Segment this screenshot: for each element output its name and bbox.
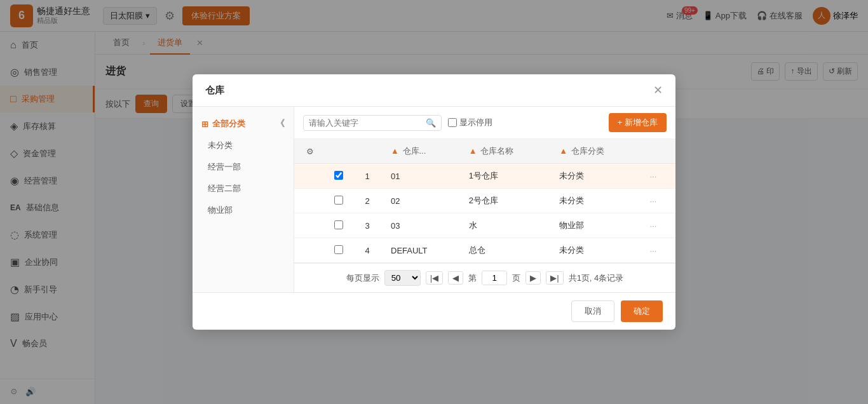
row-code-cell: 03 [383, 213, 461, 238]
row-num-cell: 4 [351, 238, 383, 263]
total-label: 共1页, 4条记录 [569, 273, 624, 284]
row-category-cell: 物业部 [552, 213, 642, 238]
table-row[interactable]: 3 03 水 物业部 ··· [294, 213, 675, 238]
modal-body: ⊞ 全部分类 《 未分类 经营一部 经营二部 物业部 🔍 [193, 107, 675, 292]
row-gear-cell [294, 213, 326, 238]
row-more-cell[interactable]: ··· [642, 189, 676, 213]
col-header-name: ▲ 仓库名称 [461, 139, 552, 164]
table-area: 🔍 显示停用 + 新增仓库 ⚙ [294, 107, 675, 292]
row-more-btn[interactable]: ··· [650, 172, 657, 181]
show-disabled-text: 显示停用 [459, 117, 492, 128]
data-table: ⚙ ▲ 仓库... ▲ 仓库名称 [294, 139, 675, 263]
row-more-btn[interactable]: ··· [650, 246, 657, 255]
table-body: 1 01 1号仓库 未分类 ··· 2 02 2号仓库 未分类 ··· 3 03… [294, 164, 675, 263]
row-gear-cell [294, 164, 326, 189]
warehouse-table: ⚙ ▲ 仓库... ▲ 仓库名称 [294, 139, 675, 263]
row-code-cell: 02 [383, 189, 461, 213]
row-gear-cell [294, 238, 326, 263]
table-toolbar: 🔍 显示停用 + 新增仓库 [294, 107, 675, 139]
row-gear-cell [294, 189, 326, 213]
category-header-label: 全部分类 [212, 118, 245, 130]
sort-icon-name: ▲ [469, 146, 477, 156]
table-head: ⚙ ▲ 仓库... ▲ 仓库名称 [294, 139, 675, 164]
sort-icon-category: ▲ [559, 146, 567, 156]
row-num-cell: 1 [351, 164, 383, 189]
modal-header: 仓库 ✕ [193, 74, 675, 107]
row-checkbox[interactable] [334, 171, 343, 180]
cat-item-unclassified[interactable]: 未分类 [193, 135, 294, 156]
row-more-cell[interactable]: ··· [642, 238, 676, 263]
col-header-num [351, 139, 383, 164]
table-row[interactable]: 1 01 1号仓库 未分类 ··· [294, 164, 675, 189]
cat-item-property[interactable]: 物业部 [193, 199, 294, 221]
sort-icon-code: ▲ [391, 146, 399, 156]
row-name-cell: 2号仓库 [461, 189, 552, 213]
page-prev-btn[interactable]: ◀ [448, 271, 463, 285]
row-more-cell[interactable]: ··· [642, 213, 676, 238]
cat-item-op1[interactable]: 经营一部 [193, 156, 294, 178]
search-input[interactable] [309, 118, 423, 128]
table-row[interactable]: 4 DEFAULT 总仓 未分类 ··· [294, 238, 675, 263]
row-code-cell: 01 [383, 164, 461, 189]
col-header-category: ▲ 仓库分类 [552, 139, 642, 164]
new-warehouse-btn[interactable]: + 新增仓库 [609, 113, 667, 132]
row-check-cell[interactable] [326, 238, 351, 263]
category-sidebar: ⊞ 全部分类 《 未分类 经营一部 经营二部 物业部 [193, 107, 294, 292]
table-row[interactable]: 2 02 2号仓库 未分类 ··· [294, 189, 675, 213]
row-code-cell: DEFAULT [383, 238, 461, 263]
col-header-check [326, 139, 351, 164]
search-icon[interactable]: 🔍 [426, 118, 436, 128]
modal-title: 仓库 [205, 84, 224, 97]
per-page-label: 每页显示 [346, 273, 379, 284]
warehouse-modal: 仓库 ✕ ⊞ 全部分类 《 未分类 经营一部 经营二部 物业部 [193, 74, 675, 330]
category-header: ⊞ 全部分类 《 [193, 113, 294, 135]
show-disabled-label[interactable]: 显示停用 [448, 117, 492, 128]
page-label: 第 [468, 273, 477, 284]
col-header-gear: ⚙ [294, 139, 326, 164]
row-name-cell: 1号仓库 [461, 164, 552, 189]
row-num-cell: 2 [351, 189, 383, 213]
row-check-cell[interactable] [326, 189, 351, 213]
per-page-select[interactable]: 50 10 20 100 [384, 270, 421, 286]
show-disabled-checkbox[interactable] [448, 118, 457, 127]
row-check-cell[interactable] [326, 213, 351, 238]
modal-overlay: 仓库 ✕ ⊞ 全部分类 《 未分类 经营一部 经营二部 物业部 [0, 0, 868, 404]
row-more-btn[interactable]: ··· [650, 221, 657, 231]
col-header-more [642, 139, 676, 164]
cancel-btn[interactable]: 取消 [571, 300, 614, 322]
confirm-btn[interactable]: 确定 [621, 300, 663, 322]
search-box: 🔍 [303, 115, 442, 131]
collapse-icon[interactable]: 《 [276, 118, 285, 130]
row-more-btn[interactable]: ··· [650, 196, 657, 206]
page-first-btn[interactable]: |◀ [426, 271, 443, 285]
modal-footer: 取消 确定 [193, 292, 675, 330]
page-next-btn[interactable]: ▶ [526, 271, 541, 285]
modal-close-btn[interactable]: ✕ [653, 83, 663, 97]
page-unit: 页 [512, 273, 520, 284]
row-name-cell: 水 [461, 213, 552, 238]
cat-item-op2[interactable]: 经营二部 [193, 178, 294, 199]
page-last-btn[interactable]: ▶| [546, 271, 563, 285]
col-header-code: ▲ 仓库... [383, 139, 461, 164]
row-category-cell: 未分类 [552, 189, 642, 213]
row-checkbox[interactable] [334, 196, 343, 205]
row-check-cell[interactable] [326, 164, 351, 189]
page-input[interactable] [482, 271, 507, 285]
row-category-cell: 未分类 [552, 238, 642, 263]
row-checkbox[interactable] [334, 245, 343, 254]
category-grid-icon: ⊞ [201, 119, 208, 129]
row-num-cell: 3 [351, 213, 383, 238]
row-more-cell[interactable]: ··· [642, 164, 676, 189]
pagination: 每页显示 50 10 20 100 |◀ ◀ 第 页 ▶ ▶| 共1页, 4条记… [294, 263, 675, 292]
row-category-cell: 未分类 [552, 164, 642, 189]
row-name-cell: 总仓 [461, 238, 552, 263]
row-checkbox[interactable] [334, 220, 343, 229]
